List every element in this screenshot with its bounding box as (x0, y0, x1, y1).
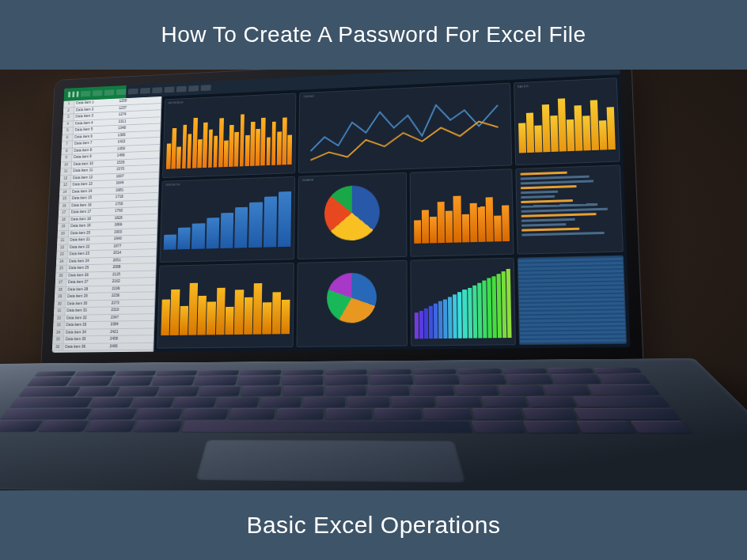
spreadsheet-pane: document.write(Array.from({length:36},(_… (52, 84, 163, 353)
chart-panel-pie-1: SHARE (298, 172, 408, 259)
chart-panel-gradient-bars: document.write(Array.from({length:20},(_… (411, 257, 516, 346)
laptop-screen: document.write(Array.from({length:36},(_… (52, 70, 631, 353)
chart-panel-candles: document.write([55,70,45,80,60,50,72,42,… (157, 263, 294, 349)
footer-bar: Basic Excel Operations (0, 490, 747, 560)
chart-panel-bars-orange: REVENUE document.write([40,65,35,70,55,8… (162, 93, 296, 178)
dashboard-pane: REVENUE document.write([40,65,35,70,55,8… (154, 70, 630, 352)
chart-panel-pie-2 (297, 259, 408, 346)
laptop-screen-bezel: document.write(Array.from({length:36},(_… (41, 70, 643, 365)
header-bar: How To Create A Password For Excel File (0, 0, 747, 70)
keyboard: document.write(Array(14).fill('<div clas… (0, 368, 688, 429)
chart-panel-bars-yellow-tr: SALES document.write([45,60,40,72,55,80,… (514, 78, 620, 165)
chart-panel-bars-small-orange: document.write([35,50,40,62,48,70,42,58,… (410, 169, 514, 257)
header-title: How To Create A Password For Excel File (161, 22, 586, 47)
laptop: document.write(Array.from({length:36},(_… (32, 70, 747, 490)
chart-panel-line-top: TREND (298, 83, 512, 174)
chart-panel-data-list: document.write(Array.from({length:14},(_… (515, 165, 624, 255)
chart-panel-bars-blue: GROWTH document.write([25,35,42,50,58,66… (160, 176, 296, 262)
laptop-illustration: document.write(Array.from({length:36},(_… (0, 70, 747, 490)
trackpad (195, 440, 466, 482)
chart-panel-heatgrid (517, 255, 627, 345)
laptop-base: document.write(Array(14).fill('<div clas… (0, 358, 747, 490)
footer-title: Basic Excel Operations (246, 512, 500, 539)
sheet-row: 36Data item 362495 (52, 342, 154, 350)
